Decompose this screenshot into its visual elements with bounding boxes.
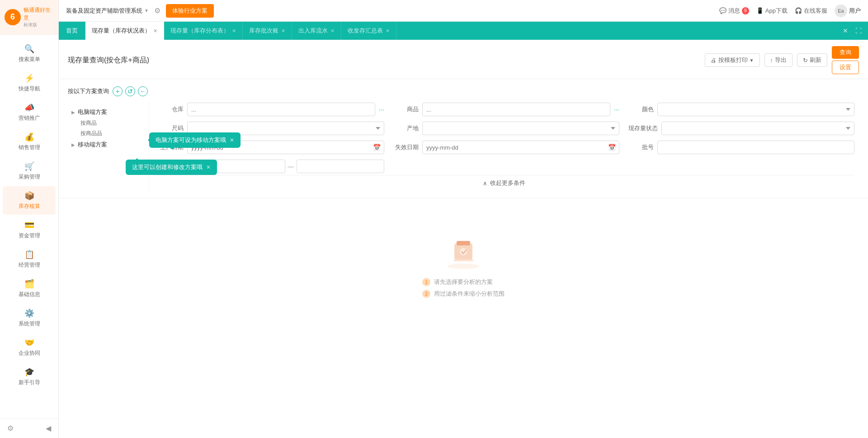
message-action[interactable]: 💬 消息 9 [719, 7, 749, 15]
warehouse-field: 仓库 ··· [158, 103, 384, 116]
tab-inventory-dist[interactable]: 现存量（库存分布表） ✕ [164, 22, 243, 40]
expiry-date-picker[interactable]: 📅 [422, 141, 619, 154]
tab-close-all-icon[interactable]: ✕ [841, 26, 850, 35]
mobile-arrow-icon: ▶ [71, 142, 75, 147]
sidebar: 6 畅通通好生意 标准版 🔍 搜索菜单 ⚡ 快捷导航 📣 营销推广 💰 销售管理… [0, 0, 59, 438]
edit-popover-close[interactable]: ✕ [206, 164, 211, 170]
origin-select[interactable] [422, 122, 619, 135]
dot-indicator [170, 145, 175, 149]
scheme-panel: ▶ 电脑端方案 按商品 按商品品 ▶ 移动端方案 [68, 103, 149, 191]
warehouse-input[interactable] [187, 103, 375, 116]
empty-illustration [441, 235, 486, 271]
filter-settings-button[interactable]: 设置 [832, 61, 859, 74]
collapse-icon: ∧ [483, 180, 487, 187]
trial-button[interactable]: 体验行业方案 [166, 4, 214, 18]
goods-more-icon[interactable]: ··· [614, 106, 619, 113]
system-name-dropdown[interactable]: 装备及固定资产辅助管理系统 ▼ [66, 7, 149, 15]
reset-scheme-button[interactable]: ↺ [125, 86, 135, 96]
inventory-status-select[interactable] [661, 122, 854, 135]
scheme-popover: 电脑方案可设为移动方案哦 ✕ [149, 132, 241, 148]
inventory-status-field: 现存量状态 [628, 122, 854, 135]
sidebar-item-system[interactable]: ⚙️ 系统管理 [3, 304, 56, 332]
sidebar-nav: 🔍 搜索菜单 ⚡ 快捷导航 📣 营销推广 💰 销售管理 🛒 采购管理 📦 库存核… [0, 35, 58, 418]
main-content: 现存量查询(按仓库+商品) 🖨 按模板打印 ▼ ↑ 导出 ↻ 刷新 查询 设置 [59, 40, 868, 438]
scheme-popover-close[interactable]: ✕ [230, 137, 234, 143]
color-field: 颜色 [628, 103, 854, 116]
sidebar-item-operation[interactable]: 📋 经营管理 [3, 245, 56, 273]
filter-area: 按以下方案查询 + ↺ ← 电脑方案可设为移动方案哦 ✕ 这里可以创建和修改方案… [59, 79, 868, 198]
origin-field: 产地 [393, 122, 619, 135]
tabs-bar: 首页 现存量（库存状况表） ✕ 现存量（库存分布表） ✕ 库存批次账 ✕ 出入库… [59, 22, 868, 40]
warehouse-more-icon[interactable]: ··· [379, 106, 384, 113]
sidebar-item-guide[interactable]: 🎓 新手引导 [3, 363, 56, 391]
header-settings-icon[interactable]: ⚙ [154, 6, 160, 15]
sidebar-item-purchase[interactable]: 🛒 采购管理 [3, 157, 56, 185]
sidebar-item-search[interactable]: 🔍 搜索菜单 [3, 39, 56, 68]
system-icon: ⚙️ [24, 308, 34, 318]
expiry-date-field: 失效日期 📅 [393, 141, 619, 154]
empty-state: 1 请先选择要分析的方案 2 用过滤条件来缩小分析范围 [59, 198, 868, 334]
goods-input[interactable] [422, 103, 610, 116]
svg-rect-4 [453, 259, 473, 261]
edit-popover: 这里可以创建和修改方案哦 ✕ [126, 160, 217, 175]
filter-label: 按以下方案查询 [68, 87, 109, 95]
svg-point-3 [460, 248, 467, 255]
enterprise-icon: 🤝 [24, 338, 34, 348]
sidebar-item-quick[interactable]: ⚡ 快捷导航 [3, 69, 56, 97]
inventory-icon: 📦 [24, 191, 34, 201]
color-select[interactable] [657, 103, 854, 116]
sidebar-item-basic[interactable]: 🗂️ 基础信息 [3, 274, 56, 303]
tab-collection-summary[interactable]: 收发存汇总表 ✕ [341, 22, 396, 40]
collapse-scheme-button[interactable]: ← [138, 86, 148, 96]
tab-fullscreen-icon[interactable]: ⛶ [854, 26, 863, 35]
add-scheme-button[interactable]: + [113, 86, 123, 96]
scheme-arrow-icon: ▶ [71, 110, 75, 115]
filter-header: 按以下方案查询 + ↺ ← [68, 86, 859, 96]
tab-in-out-flow[interactable]: 出入库流水 ✕ [292, 22, 341, 40]
tab-inventory-status[interactable]: 现存量（库存状况表） ✕ [85, 22, 164, 40]
query-buttons: 查询 设置 [832, 46, 859, 74]
scheme-item-goods2[interactable]: 按商品品 [77, 128, 149, 139]
user-area[interactable]: Ea 用户 [835, 5, 861, 17]
scheme-mobile[interactable]: ▶ 移动端方案 [68, 139, 149, 151]
refresh-button[interactable]: ↻ 刷新 [797, 53, 827, 67]
empty-tips: 1 请先选择要分析的方案 2 用过滤条件来缩小分析范围 [422, 278, 505, 298]
batch-input[interactable] [657, 141, 854, 154]
refresh-icon: ↻ [803, 57, 808, 64]
collapse-bar[interactable]: ∧ 收起更多条件 [154, 175, 854, 191]
print-icon: 🖨 [711, 57, 717, 64]
sidebar-item-enterprise[interactable]: 🤝 企业协同 [3, 333, 56, 362]
header-left: 装备及固定资产辅助管理系统 ▼ ⚙ 体验行业方案 [66, 4, 214, 18]
sidebar-item-finance[interactable]: 💳 资金管理 [3, 216, 56, 244]
page-actions: 🖨 按模板打印 ▼ ↑ 导出 ↻ 刷新 查询 设置 [705, 46, 859, 74]
tab-close-batch[interactable]: ✕ [281, 28, 285, 34]
guide-icon: 🎓 [24, 367, 34, 377]
filter-actions: + ↺ ← [113, 86, 148, 96]
filter-fields: 仓库 ··· 商品 ··· 颜色 [149, 103, 859, 191]
tab-close-inventory-status[interactable]: ✕ [153, 28, 157, 34]
tab-home[interactable]: 首页 [59, 22, 85, 40]
scheme-desktop[interactable]: ▶ 电脑端方案 [68, 106, 149, 118]
sidebar-item-inventory[interactable]: 📦 库存核算 [3, 186, 56, 215]
settings-bottom-icon[interactable]: ⚙ [7, 424, 14, 433]
app-download-action[interactable]: 📱 App下载 [756, 7, 788, 15]
sidebar-item-marketing[interactable]: 📣 营销推广 [3, 98, 56, 127]
scheme-item-goods[interactable]: 按商品 [77, 118, 149, 128]
online-support-action[interactable]: 🎧 在线客服 [795, 7, 827, 15]
message-icon: 💬 [719, 7, 726, 14]
sidebar-item-sales[interactable]: 💰 销售管理 [3, 127, 56, 156]
collapse-sidebar-icon[interactable]: ◀ [46, 424, 51, 433]
scheme-desktop-children: 按商品 按商品品 [68, 118, 149, 139]
tab-close-flow[interactable]: ✕ [330, 28, 335, 34]
export-button[interactable]: ↑ 导出 [764, 53, 793, 67]
print-button[interactable]: 🖨 按模板打印 ▼ [705, 53, 760, 67]
goods-field: 商品 ··· [393, 103, 619, 116]
inventory-range-end[interactable] [297, 160, 385, 173]
expiry-date-input[interactable] [422, 141, 619, 154]
search-button[interactable]: 查询 [832, 46, 859, 59]
expiry-calendar-icon: 📅 [608, 144, 616, 151]
tab-close-summary[interactable]: ✕ [386, 28, 390, 34]
tab-close-inventory-dist[interactable]: ✕ [232, 28, 236, 34]
tab-batch-account[interactable]: 库存批次账 ✕ [243, 22, 292, 40]
search-icon: 🔍 [24, 44, 34, 54]
